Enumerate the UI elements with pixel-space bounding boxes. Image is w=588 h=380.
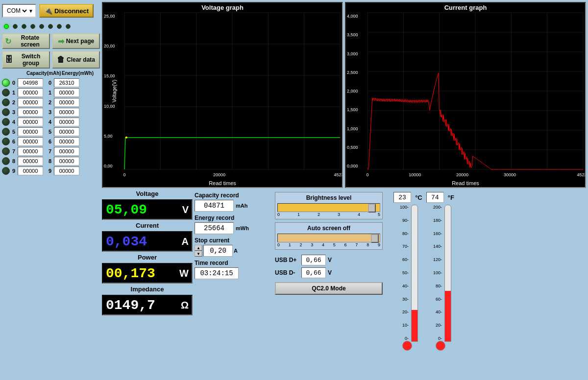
usb-d-plus-label: USB D+ bbox=[275, 257, 299, 263]
row-num-1: 1 bbox=[11, 90, 17, 95]
energy-field-6[interactable] bbox=[54, 137, 79, 146]
com-port-select[interactable]: COM3 ▼ bbox=[2, 4, 36, 18]
energy-field-3[interactable] bbox=[54, 108, 79, 117]
stop-current-up[interactable]: ▲ bbox=[195, 245, 202, 251]
row-num-8: 8 bbox=[11, 158, 17, 164]
energy-num-4: 4 bbox=[47, 119, 53, 125]
qc-mode-button[interactable]: QC2.0 Mode bbox=[275, 282, 383, 295]
voltage-value: 05,09 bbox=[106, 202, 147, 217]
fahrenheit-scale: 200- 180- 160- 140- 120- 100- 80- 60- 40… bbox=[428, 205, 453, 342]
capacity-field-8[interactable] bbox=[18, 157, 43, 166]
switch-group-icon: 🗄 bbox=[5, 55, 13, 64]
capacity-field-0[interactable] bbox=[18, 78, 43, 87]
table-row: 0 0 bbox=[2, 78, 100, 87]
brightness-labels: 012345 bbox=[277, 212, 380, 217]
impedance-value: 0149,7 bbox=[106, 298, 155, 313]
time-record-field[interactable] bbox=[195, 267, 239, 279]
row-num-6: 6 bbox=[11, 139, 17, 144]
energy-field-1[interactable] bbox=[54, 88, 79, 97]
brightness-slider-track[interactable] bbox=[277, 203, 380, 212]
capacity-record-field[interactable] bbox=[195, 200, 234, 212]
current-chart-title: Current graph bbox=[346, 4, 585, 11]
led-1 bbox=[13, 24, 18, 29]
row-led-3 bbox=[2, 108, 10, 116]
capacity-field-6[interactable] bbox=[18, 137, 43, 146]
row-num-7: 7 bbox=[11, 148, 17, 154]
energy-field-8[interactable] bbox=[54, 157, 79, 166]
stop-current-row: ▲ ▼ A bbox=[195, 245, 273, 257]
top-bar: COM3 ▼ 🔌 Disconnect bbox=[2, 2, 100, 20]
energy-field-9[interactable] bbox=[54, 166, 79, 175]
led-7 bbox=[66, 24, 71, 29]
table-row: 7 7 bbox=[2, 147, 100, 156]
measurements-panel: Voltage 05,09 V Current 0,034 A Power 00… bbox=[102, 190, 193, 378]
clear-data-icon: 🗑 bbox=[57, 55, 65, 64]
fahrenheit-display[interactable] bbox=[426, 192, 444, 203]
energy-field-0[interactable] bbox=[54, 78, 79, 87]
voltage-display: 05,09 V bbox=[102, 199, 193, 220]
table-row: 2 2 bbox=[2, 98, 100, 107]
capacity-field-4[interactable] bbox=[18, 118, 43, 126]
capacity-field-9[interactable] bbox=[18, 166, 43, 175]
right-area: Voltage graph 25,00 20,00 15,00 10,00 5,… bbox=[102, 2, 586, 378]
fahrenheit-unit: °F bbox=[448, 194, 454, 201]
current-x-label: Read times bbox=[346, 179, 585, 187]
celsius-display[interactable] bbox=[393, 192, 411, 203]
power-label: Power bbox=[102, 254, 193, 261]
row-led-0 bbox=[2, 79, 10, 87]
next-page-label: Next page bbox=[66, 38, 94, 45]
usb-d-plus-unit: V bbox=[328, 257, 332, 263]
next-page-button[interactable]: ➡ Next page bbox=[52, 33, 100, 49]
usb-d-plus-field[interactable] bbox=[301, 255, 326, 265]
row-led-7 bbox=[2, 147, 10, 155]
capacity-field-5[interactable] bbox=[18, 127, 43, 136]
celsius-scale: 100- 90- 80- 70- 60- 50- 40- 30- 20- 10- bbox=[395, 205, 419, 342]
capacity-record-label: Capacity record bbox=[195, 192, 273, 199]
disconnect-button[interactable]: 🔌 Disconnect bbox=[39, 4, 94, 18]
energy-num-6: 6 bbox=[47, 139, 53, 144]
auto-screen-off-title: Auto screen off bbox=[277, 225, 380, 232]
auto-screen-slider-thumb[interactable] bbox=[371, 234, 379, 243]
row-led-4 bbox=[2, 118, 10, 126]
switch-group-button[interactable]: 🗄 Switch group bbox=[2, 51, 50, 69]
com-port-dropdown[interactable]: COM3 bbox=[5, 7, 28, 15]
clear-data-button[interactable]: 🗑 Clear data bbox=[52, 51, 100, 69]
capacity-table-header: Capacity(mAh) Energy(mWh) bbox=[2, 71, 100, 76]
row-num-5: 5 bbox=[11, 129, 17, 135]
stop-current-group: Stop current ▲ ▼ A bbox=[195, 237, 273, 257]
stop-current-field[interactable] bbox=[203, 245, 233, 257]
energy-field-5[interactable] bbox=[54, 127, 79, 136]
led-3 bbox=[30, 24, 35, 29]
voltage-chart: Voltage graph 25,00 20,00 15,00 10,00 5,… bbox=[102, 2, 343, 188]
usb-d-minus-unit: V bbox=[328, 269, 332, 276]
current-value: 0,034 bbox=[106, 234, 147, 249]
energy-field-2[interactable] bbox=[54, 98, 79, 107]
action-buttons: 🗄 Switch group 🗑 Clear data bbox=[2, 51, 100, 69]
capacity-field-3[interactable] bbox=[18, 108, 43, 117]
energy-num-1: 1 bbox=[47, 90, 53, 95]
energy-record-field[interactable] bbox=[195, 222, 234, 234]
fahrenheit-tube bbox=[444, 205, 451, 342]
brightness-slider-thumb[interactable] bbox=[368, 204, 376, 213]
energy-record-group: Energy record mWh bbox=[195, 214, 273, 234]
capacity-field-1[interactable] bbox=[18, 88, 43, 97]
energy-field-4[interactable] bbox=[54, 118, 79, 126]
usb-d-minus-label: USB D- bbox=[275, 269, 299, 276]
energy-field-7[interactable] bbox=[54, 147, 79, 156]
switch-group-label: Switch group bbox=[15, 53, 47, 67]
capacity-field-2[interactable] bbox=[18, 98, 43, 107]
stop-current-down[interactable]: ▼ bbox=[195, 251, 202, 257]
usb-panel: USB D+ V USB D- V QC2.0 Mode bbox=[275, 255, 383, 295]
current-chart: Current graph 4,000 3,500 3,000 2,500 2,… bbox=[345, 2, 586, 188]
rotate-screen-button[interactable]: ↻ Rotate screen bbox=[2, 33, 50, 49]
next-icon: ➡ bbox=[58, 37, 64, 46]
energy-record-unit: mWh bbox=[236, 225, 249, 231]
capacity-field-7[interactable] bbox=[18, 147, 43, 156]
usb-d-plus-row: USB D+ V bbox=[275, 255, 383, 265]
auto-screen-slider-track[interactable] bbox=[277, 234, 380, 242]
usb-d-minus-field[interactable] bbox=[301, 267, 326, 278]
left-panel: COM3 ▼ 🔌 Disconnect ↻ Rotate scree bbox=[2, 2, 100, 378]
celsius-unit: °C bbox=[415, 194, 422, 201]
led-5 bbox=[48, 24, 53, 29]
celsius-bulb bbox=[402, 341, 412, 351]
